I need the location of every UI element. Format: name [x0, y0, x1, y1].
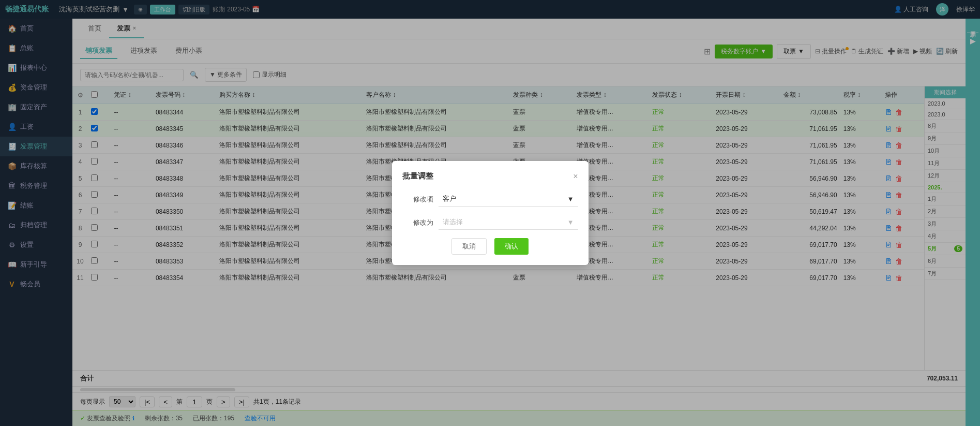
modal-value-select[interactable]: 请选择 ▼ — [439, 215, 578, 230]
modal-confirm-btn[interactable]: 确认 — [494, 238, 529, 255]
modal-close-btn[interactable]: × — [573, 172, 578, 181]
modal-field-chevron: ▼ — [567, 195, 574, 203]
modal-overlay: 批量调整 × 修改项 客户 ▼ 修改为 请选择 ▼ 取消 确认 — [0, 0, 980, 426]
modal-field-value: 客户 — [443, 194, 456, 203]
batch-adjust-modal: 批量调整 × 修改项 客户 ▼ 修改为 请选择 ▼ 取消 确认 — [392, 161, 589, 265]
modal-value-row: 修改为 请选择 ▼ — [402, 215, 578, 230]
modal-value-label: 修改为 — [402, 218, 433, 227]
modal-field-select[interactable]: 客户 ▼ — [439, 192, 578, 207]
modal-footer: 取消 确认 — [402, 238, 578, 255]
modal-value-chevron: ▼ — [567, 218, 574, 226]
modal-header: 批量调整 × — [402, 171, 578, 181]
modal-field-label: 修改项 — [402, 195, 433, 204]
modal-title: 批量调整 — [402, 171, 433, 181]
modal-field-row: 修改项 客户 ▼ — [402, 192, 578, 207]
modal-value-placeholder: 请选择 — [443, 217, 463, 227]
modal-cancel-btn[interactable]: 取消 — [451, 238, 487, 255]
